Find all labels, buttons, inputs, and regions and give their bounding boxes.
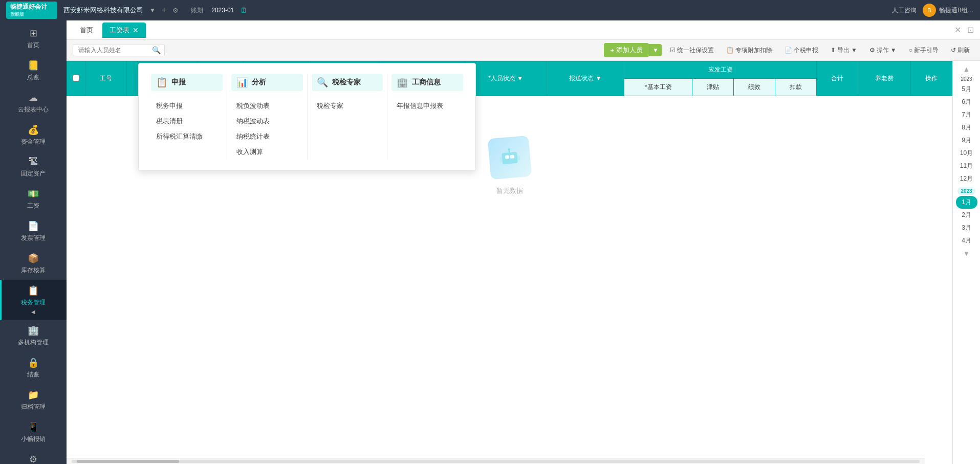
tax-expert-section-icon: 🔍 <box>317 77 328 88</box>
app-logo: 畅捷通好会计 旗舰版 <box>6 2 57 19</box>
svg-point-4 <box>508 148 510 150</box>
logo-sub: 旗舰版 <box>10 11 47 18</box>
cal-month-12[interactable]: 12月 <box>956 172 977 185</box>
company-dropdown-arrow[interactable]: ▼ <box>149 7 156 14</box>
calendar-down-arrow[interactable]: ▼ <box>961 247 972 259</box>
dropdown-header-tax-expert: 🔍 税检专家 <box>312 74 383 91</box>
tab-close-salary[interactable]: ✕ <box>133 26 139 34</box>
cal-month-11[interactable]: 11月 <box>956 160 977 172</box>
cal-month-7[interactable]: 7月 <box>956 108 977 121</box>
dropdown-header-analysis: 📊 分析 <box>231 74 303 91</box>
user-name[interactable]: 畅捷通B组… <box>939 6 974 15</box>
cal-month-10[interactable]: 10月 <box>956 147 977 160</box>
dropdown-item-tax-burden[interactable]: 税负波动表 <box>231 98 303 114</box>
declaration-section-title: 申报 <box>171 78 186 87</box>
operation-btn[interactable]: ⚙ 操作 ▼ <box>865 44 901 57</box>
content-area: 首页 工资表 ✕ ✕ ⊡ 🔍 + 添加人员 ▼ <box>67 20 980 464</box>
social-security-icon: ☑ <box>670 47 676 54</box>
support-label[interactable]: 人工咨询 <box>892 6 917 15</box>
period-label: 账期 <box>191 6 203 15</box>
cal-month-9[interactable]: 9月 <box>956 134 977 147</box>
add-person-button[interactable]: + 添加人员 <box>604 43 649 57</box>
sidebar-item-multi-org[interactable]: 🏢 多机构管理 <box>0 320 67 352</box>
sidebar-label-inventory: 库存核算 <box>21 266 46 275</box>
dropdown-section-tax-expert: 🔍 税检专家 税检专家 <box>312 74 383 160</box>
table-wrap: 工号 ▲▼ *姓名 *部门 *证据类型 *证据号码 国籍（地区） *人员状态 ▼… <box>67 61 952 464</box>
sidebar-item-archive[interactable]: 📁 归档管理 <box>0 384 67 416</box>
add-icon: + <box>610 47 614 54</box>
sidebar-item-fund[interactable]: 💰 资金管理 <box>0 119 67 151</box>
search-input[interactable] <box>73 44 165 56</box>
period-calendar-icon[interactable]: 🗓 <box>240 6 247 14</box>
sidebar-item-invoice[interactable]: 📄 发票管理 <box>0 215 67 248</box>
cal-month-5[interactable]: 5月 <box>956 83 977 96</box>
sidebar-item-xiaochang[interactable]: 📱 小畅报销 <box>0 416 67 449</box>
archive-icon: 📁 <box>28 389 39 401</box>
cal-month-6[interactable]: 6月 <box>956 96 977 108</box>
dropdown-item-income-tax-settlement[interactable]: 所得税汇算清缴 <box>151 129 223 144</box>
cal-month-4[interactable]: 4月 <box>956 234 977 247</box>
sidebar-item-tax[interactable]: 📋 税务管理 ◀ <box>0 280 67 320</box>
refresh-btn[interactable]: ↺ 刷新 <box>947 44 974 57</box>
calendar-year-current: 2023 <box>957 187 975 195</box>
horizontal-scrollbar[interactable] <box>67 458 925 464</box>
cal-month-2[interactable]: 2月 <box>956 209 977 222</box>
top-bar: 畅捷通好会计 旗舰版 西安虾米网络科技有限公司 ▼ + ⚙ 账期 2023-01… <box>0 0 980 20</box>
sidebar-item-ledger[interactable]: 📒 总账 <box>0 55 67 87</box>
tab-salary[interactable]: 工资表 ✕ <box>102 23 146 38</box>
window-close-btn[interactable]: ✕ <box>954 25 961 35</box>
dropdown-item-tax-statistics[interactable]: 纳税统计表 <box>231 129 303 144</box>
dropdown-item-tax-fluctuation[interactable]: 纳税波动表 <box>231 114 303 129</box>
dropdown-menu: 📋 申报 税务申报 税表清册 所得税汇算清缴 📊 分析 <box>138 63 476 170</box>
calendar-up-arrow[interactable]: ▲ <box>961 63 972 75</box>
sidebar-item-fixed-assets[interactable]: 🏗 固定资产 <box>0 151 67 183</box>
cal-month-1[interactable]: 1月 <box>956 196 977 209</box>
dropdown-item-tax-form[interactable]: 税表清册 <box>151 114 223 129</box>
sidebar-item-salary[interactable]: 💵 工资 <box>0 183 67 215</box>
special-deduction-btn[interactable]: 📋 专项附加扣除 <box>722 44 776 57</box>
new-guide-btn[interactable]: ○ 新手引导 <box>905 44 943 57</box>
sidebar-item-close[interactable]: 🔒 结账 <box>0 352 67 384</box>
person-status-filter-icon[interactable]: ▼ <box>517 75 523 82</box>
sidebar-item-inventory[interactable]: 📦 库存核算 <box>0 248 67 280</box>
personal-tax-label: 个税申报 <box>794 46 818 55</box>
tab-home[interactable]: 首页 <box>73 23 100 38</box>
top-bar-right: 人工咨询 B 畅捷通B组… <box>892 4 974 17</box>
sidebar-item-basic-settings[interactable]: ⚙ 基础设置 <box>0 449 67 464</box>
divider-1 <box>227 74 227 160</box>
export-btn[interactable]: ⬆ 导出 ▼ <box>826 44 861 57</box>
svg-rect-0 <box>502 152 518 165</box>
dropdown-item-tax-expert[interactable]: 税检专家 <box>312 98 383 114</box>
sidebar-item-home[interactable]: ⊞ 首页 <box>0 23 67 55</box>
fund-icon: 💰 <box>28 124 39 136</box>
dropdown-item-tax-declaration[interactable]: 税务申报 <box>151 98 223 114</box>
scrollbar-track <box>72 460 920 463</box>
dropdown-header-business-info: 🏢 工商信息 <box>391 74 463 91</box>
sidebar-label-salary: 工资 <box>27 202 39 210</box>
refresh-icon: ↺ <box>951 47 956 54</box>
multi-org-icon: 🏢 <box>28 325 39 336</box>
cal-month-8[interactable]: 8月 <box>956 121 977 134</box>
inventory-icon: 📦 <box>28 253 39 264</box>
sidebar-label-xiaochang: 小畅报销 <box>21 435 46 444</box>
cal-month-3[interactable]: 3月 <box>956 222 977 234</box>
report-status-filter-icon[interactable]: ▼ <box>596 75 602 82</box>
home-icon: ⊞ <box>30 28 37 39</box>
add-company-icon[interactable]: + <box>162 6 166 15</box>
add-person-dropdown[interactable]: ▼ <box>649 44 662 56</box>
dropdown-item-income-estimate[interactable]: 收入测算 <box>231 144 303 160</box>
scrollbar-thumb[interactable] <box>77 460 179 463</box>
select-all-checkbox[interactable] <box>73 75 79 81</box>
sidebar-item-cloud-report[interactable]: ☁ 云报表中心 <box>0 87 67 119</box>
personal-tax-btn[interactable]: 📄 个税申报 <box>780 44 822 57</box>
sidebar-collapse-arrow: ◀ <box>31 309 35 315</box>
window-restore-btn[interactable]: ⊡ <box>967 25 974 35</box>
th-checkbox[interactable] <box>67 61 85 96</box>
social-security-btn[interactable]: ☑ 统一社保设置 <box>666 44 718 57</box>
xiaochang-icon: 📱 <box>28 422 39 433</box>
main-layout: ⊞ 首页 📒 总账 ☁ 云报表中心 💰 资金管理 🏗 固定资产 💵 工资 📄 发… <box>0 20 980 464</box>
dropdown-item-annual-report[interactable]: 年报信息申报表 <box>391 98 463 114</box>
settings-icon[interactable]: ⚙ <box>172 7 179 14</box>
dropdown-section-declaration: 📋 申报 税务申报 税表清册 所得税汇算清缴 <box>151 74 223 160</box>
dropdown-header-declaration: 📋 申报 <box>151 74 223 91</box>
